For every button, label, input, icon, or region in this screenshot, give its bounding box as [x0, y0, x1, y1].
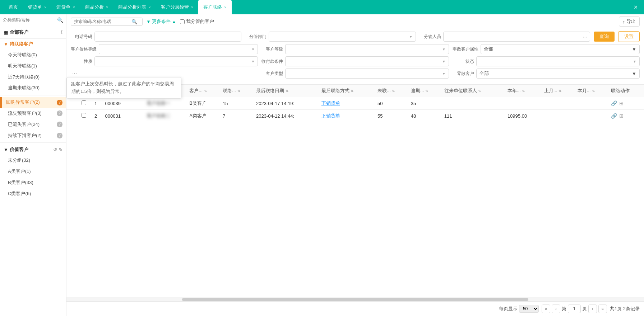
- sidebar-group-pending[interactable]: ▼ 待联络客户: [0, 39, 66, 49]
- first-page-button[interactable]: «: [542, 305, 550, 313]
- th-last-month[interactable]: 上月... ⇅: [542, 85, 575, 97]
- close-customer-layer-icon[interactable]: ×: [191, 5, 193, 9]
- prev-page-button[interactable]: ‹: [552, 305, 560, 313]
- th-this-year[interactable]: 本年... ⇅: [505, 85, 542, 97]
- th-last-date[interactable]: 最后联络日期 ⇅: [254, 85, 319, 97]
- sidebar-item-already-churned[interactable]: 已流失客户(24) ?: [0, 119, 66, 130]
- nav-product-analysis[interactable]: 商品分析 ×: [80, 0, 113, 14]
- edit-icon[interactable]: ✎: [59, 147, 62, 152]
- sidebar-item-declining[interactable]: 持续下滑客户(2) ?: [0, 130, 66, 141]
- action-link-icon-2[interactable]: 🔗: [611, 113, 617, 119]
- my-customers-checkbox-area[interactable]: 我分管的客户: [180, 18, 214, 25]
- sidebar-item-b-class[interactable]: B类客户(33): [0, 177, 66, 188]
- churned-help-icon[interactable]: ?: [57, 122, 62, 127]
- filter-search-input[interactable]: [74, 19, 131, 24]
- nav-sales[interactable]: 销货单 ×: [23, 0, 51, 14]
- row1-checkbox[interactable]: [82, 100, 86, 105]
- sidebar-search-icon[interactable]: 🔍: [57, 17, 63, 23]
- sidebar-item-today[interactable]: 今天待联络(0): [0, 49, 66, 61]
- sidebar-divider-2: [0, 142, 66, 143]
- nav-customer-contact[interactable]: 客户联络 ×: [198, 0, 231, 14]
- action-grid-icon-2[interactable]: ⊞: [619, 113, 624, 119]
- more-conditions-btn[interactable]: ▼ 更多条件 ▲: [146, 18, 176, 25]
- current-page-input[interactable]: [568, 305, 581, 313]
- td-this-year-2: 10995.00: [505, 110, 542, 122]
- nav-home[interactable]: 首页: [4, 0, 23, 14]
- price-level-down-icon: ▼: [251, 47, 255, 51]
- adv-select-retail-attr[interactable]: 全部 ▼: [481, 44, 640, 54]
- adv-input-customer-type[interactable]: ▼: [285, 69, 449, 79]
- export-button[interactable]: ↑ 导出: [619, 16, 640, 27]
- adv-input-dept[interactable]: ▼: [269, 32, 416, 42]
- sidebar-all-customers[interactable]: ▦ 全部客户 《: [0, 26, 66, 39]
- th-action: 联络动作: [609, 85, 644, 97]
- td-last-way-2[interactable]: 下销货单: [319, 110, 375, 122]
- close-product-list-icon[interactable]: ×: [148, 5, 150, 9]
- th-type[interactable]: 客户... ⇅: [187, 85, 221, 97]
- sidebar-item-churn-warning[interactable]: 流失预警客户(3) ?: [0, 108, 66, 119]
- sidebar-item-unclassified[interactable]: 未分组(32): [0, 155, 66, 166]
- sidebar-item-7days[interactable]: 近7天待联络(0): [0, 72, 66, 83]
- th-overdue[interactable]: 逾期... ⇅: [409, 85, 442, 97]
- row4-more-dots[interactable]: ···: [71, 70, 78, 77]
- adv-input-payment[interactable]: ▼: [285, 56, 449, 66]
- my-customers-checkbox[interactable]: [180, 19, 185, 24]
- close-product-analysis-icon[interactable]: ×: [106, 5, 108, 9]
- adv-field-retail-attr: 零散客户属性 全部 ▼: [453, 44, 640, 54]
- sidebar-collapse-icon[interactable]: 《: [58, 29, 62, 36]
- td-settings-2: [66, 110, 79, 122]
- per-page-select[interactable]: 50 20 100: [519, 305, 539, 313]
- sidebar-item-c-class[interactable]: C类客户(6): [0, 188, 66, 199]
- last-way-link-2[interactable]: 下销货单: [321, 113, 340, 118]
- customer-level-down-icon: ▼: [442, 47, 446, 51]
- close-purchase-icon[interactable]: ×: [73, 5, 75, 9]
- adv-select-retail-customer[interactable]: 全部 ▼: [476, 69, 640, 79]
- th-unit-contact[interactable]: 往来单位联系人 ⇅: [442, 85, 505, 97]
- sidebar-item-tomorrow[interactable]: 明天待联络(1): [0, 61, 66, 72]
- td-seq-2: 2: [92, 110, 103, 122]
- horizontal-scrollbar[interactable]: [66, 297, 644, 301]
- sidebar-item-overdue[interactable]: 逾期未联络(30): [0, 82, 66, 94]
- declining-help-icon[interactable]: ?: [57, 133, 62, 138]
- th-contact[interactable]: 联络... ⇅: [221, 85, 254, 97]
- nav-customer-layer[interactable]: 客户分层经营 ×: [156, 0, 198, 14]
- adv-input-manager[interactable]: ···: [443, 32, 590, 42]
- refresh-icon[interactable]: ↺: [53, 147, 57, 152]
- close-customer-contact-icon[interactable]: ×: [224, 5, 226, 9]
- next-page-button[interactable]: ›: [588, 305, 597, 313]
- last-page-button[interactable]: »: [598, 305, 607, 313]
- scrollbar-thumb[interactable]: [182, 298, 529, 301]
- churn-warning-help-icon[interactable]: ?: [57, 110, 62, 116]
- th-this-month[interactable]: 本月... ⇅: [575, 85, 609, 97]
- window-close-button[interactable]: ×: [631, 4, 640, 11]
- anomaly-help-icon[interactable]: ?: [57, 100, 62, 105]
- row2-checkbox[interactable]: [82, 113, 86, 118]
- adv-input-customer-level[interactable]: ▼: [285, 44, 449, 54]
- query-button[interactable]: 查询: [594, 32, 615, 42]
- filter-search-icon[interactable]: 🔍: [131, 19, 137, 24]
- td-last-way-1[interactable]: 下销货单: [319, 97, 375, 110]
- adv-input-phone[interactable]: [94, 32, 241, 42]
- last-way-link-1[interactable]: 下销货单: [321, 100, 340, 106]
- th-last-way[interactable]: 最后联络方式 ⇅: [319, 85, 375, 97]
- nav-product-list[interactable]: 商品分析列表 ×: [113, 0, 156, 14]
- adv-input-price-level[interactable]: ▼: [99, 44, 258, 54]
- sidebar-group-value[interactable]: ▼ 价值客户 ↺ ✎: [0, 144, 66, 155]
- td-type-1: B类客户: [187, 97, 221, 110]
- action-link-icon-1[interactable]: 🔗: [611, 100, 617, 106]
- arrow-down-icon-2: ▼: [4, 147, 8, 152]
- td-check-1[interactable]: [79, 97, 92, 110]
- set-button[interactable]: 设置: [618, 31, 640, 42]
- adv-input-status[interactable]: ▼: [476, 56, 640, 66]
- td-check-2[interactable]: [79, 110, 92, 122]
- action-grid-icon-1[interactable]: ⊞: [619, 100, 624, 106]
- adv-field-price-level: 客户价格等级 ▼: [71, 44, 258, 54]
- sidebar-item-a-class[interactable]: A类客户(1): [0, 166, 66, 177]
- close-sales-icon[interactable]: ×: [44, 5, 46, 9]
- sidebar-search-input[interactable]: [3, 18, 57, 23]
- customer-type-down-icon: ▼: [442, 72, 446, 76]
- nav-purchase[interactable]: 进货单 ×: [51, 0, 80, 14]
- adv-input-nature[interactable]: ▼: [94, 56, 258, 66]
- th-uncontacted[interactable]: 未联... ⇅: [375, 85, 409, 97]
- sidebar-item-repurchase-anomaly[interactable]: 回购异常客户(2) ?: [0, 97, 66, 108]
